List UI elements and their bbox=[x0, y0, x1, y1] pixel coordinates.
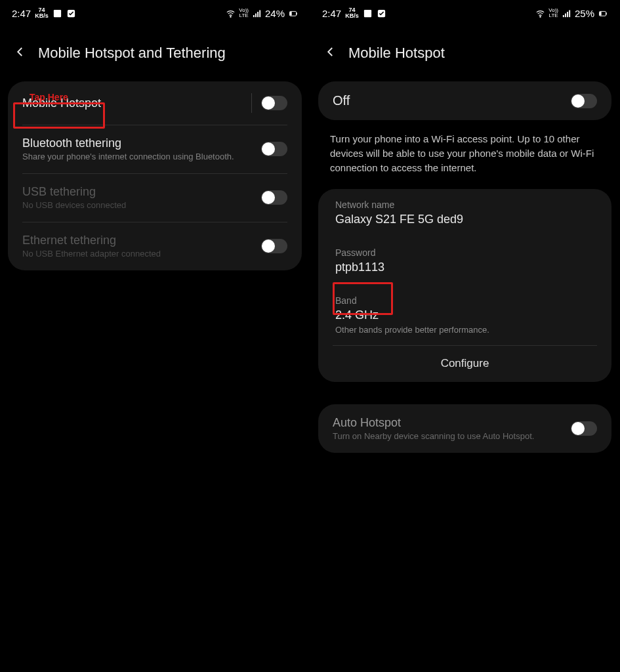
svg-rect-8 bbox=[297, 12, 297, 14]
volte-icon: Vo))LTE bbox=[548, 8, 558, 18]
page-header: Mobile Hotspot bbox=[310, 26, 619, 81]
status-bar: 2:47 74KB/s Vo))LTE 25% bbox=[310, 0, 619, 26]
battery-percent: 25% bbox=[575, 8, 594, 19]
row-ethernet-tethering: Ethernet tethering No USB Ethernet adapt… bbox=[8, 222, 302, 270]
svg-rect-0 bbox=[54, 9, 61, 16]
check-icon bbox=[66, 9, 76, 18]
svg-point-12 bbox=[540, 16, 541, 16]
svg-rect-16 bbox=[569, 10, 570, 17]
back-button[interactable] bbox=[325, 46, 337, 60]
page-title: Mobile Hotspot and Tethering bbox=[38, 45, 226, 62]
tethering-options-card: Mobile Hotspot Bluetooth tethering Share… bbox=[8, 81, 302, 270]
svg-rect-6 bbox=[259, 10, 260, 17]
hotspot-state-card: Off bbox=[318, 81, 611, 120]
check-icon bbox=[377, 9, 386, 18]
signal-icon bbox=[252, 9, 262, 18]
hotspot-state-label: Off bbox=[333, 93, 350, 108]
status-time: 2:47 bbox=[12, 8, 31, 19]
hotspot-details-card: Network name Galaxy S21 FE 5G ded9 Passw… bbox=[318, 189, 611, 382]
signal-icon bbox=[562, 9, 571, 18]
phone-screen-left: Tap Here 2:47 74KB/s Vo))LTE 24% Mobile … bbox=[0, 0, 310, 672]
svg-rect-19 bbox=[600, 12, 602, 16]
network-name-value: Galaxy S21 FE 5G ded9 bbox=[335, 213, 594, 226]
hotspot-description: Turn your phone into a Wi-Fi access poin… bbox=[310, 132, 619, 189]
status-bar: 2:47 74KB/s Vo))LTE 24% bbox=[0, 0, 310, 26]
auto-hotspot-title: Auto Hotspot bbox=[333, 416, 534, 430]
row-title: Bluetooth tethering bbox=[22, 136, 234, 150]
svg-rect-10 bbox=[364, 9, 371, 16]
row-hotspot-state[interactable]: Off bbox=[318, 81, 611, 120]
image-icon bbox=[363, 9, 373, 18]
hotspot-master-toggle[interactable] bbox=[571, 94, 597, 108]
phone-screen-right: 2:47 74KB/s Vo))LTE 25% Mobile Hotspot O… bbox=[310, 0, 619, 672]
row-sub: No USB devices connected bbox=[22, 200, 126, 210]
page-header: Mobile Hotspot and Tethering bbox=[0, 26, 310, 81]
ethernet-tethering-toggle bbox=[261, 239, 287, 253]
mobile-hotspot-toggle[interactable] bbox=[261, 96, 287, 110]
row-sub: Share your phone's internet connection u… bbox=[22, 152, 234, 161]
svg-rect-5 bbox=[257, 12, 258, 17]
svg-rect-13 bbox=[563, 15, 564, 17]
band-block[interactable]: Band 2.4 GHz Other bands provide better … bbox=[318, 285, 611, 345]
back-button[interactable] bbox=[14, 46, 26, 60]
network-name-label: Network name bbox=[335, 200, 594, 210]
auto-hotspot-card: Auto Hotspot Turn on Nearby device scann… bbox=[318, 404, 611, 453]
battery-icon bbox=[598, 9, 608, 18]
network-name-block[interactable]: Network name Galaxy S21 FE 5G ded9 bbox=[318, 189, 611, 237]
svg-point-2 bbox=[230, 16, 231, 16]
bluetooth-tethering-toggle[interactable] bbox=[261, 142, 287, 156]
row-mobile-hotspot[interactable]: Mobile Hotspot bbox=[8, 81, 302, 125]
row-bluetooth-tethering[interactable]: Bluetooth tethering Share your phone's i… bbox=[8, 125, 302, 173]
row-sub: No USB Ethernet adapter connected bbox=[22, 249, 161, 259]
password-label: Password bbox=[335, 247, 594, 258]
svg-rect-9 bbox=[290, 12, 292, 16]
annotation-tap-here: Tap Here bbox=[30, 92, 68, 102]
page-title: Mobile Hotspot bbox=[348, 45, 445, 62]
password-block[interactable]: Password ptpb1113 bbox=[318, 237, 611, 285]
row-usb-tethering: USB tethering No USB devices connected bbox=[8, 173, 302, 222]
password-value: ptpb1113 bbox=[335, 261, 594, 274]
battery-percent: 24% bbox=[265, 8, 285, 19]
volte-icon: Vo))LTE bbox=[239, 8, 249, 18]
svg-rect-14 bbox=[565, 13, 566, 17]
wifi-icon bbox=[226, 9, 236, 18]
band-value: 2.4 GHz bbox=[335, 308, 594, 322]
row-title: USB tethering bbox=[22, 185, 126, 199]
status-time: 2:47 bbox=[322, 8, 341, 19]
separator bbox=[251, 93, 252, 113]
status-kbps: 74KB/s bbox=[35, 7, 49, 19]
svg-rect-15 bbox=[567, 12, 568, 17]
auto-hotspot-sub: Turn on Nearby device scanning to use Au… bbox=[333, 431, 534, 441]
status-kbps: 74KB/s bbox=[345, 7, 359, 19]
svg-rect-4 bbox=[255, 13, 257, 17]
band-extra: Other bands provide better performance. bbox=[335, 325, 594, 335]
usb-tethering-toggle bbox=[261, 190, 287, 205]
auto-hotspot-toggle[interactable] bbox=[571, 421, 597, 436]
band-label: Band bbox=[335, 295, 594, 306]
row-auto-hotspot[interactable]: Auto Hotspot Turn on Nearby device scann… bbox=[318, 404, 611, 453]
svg-rect-3 bbox=[253, 15, 255, 17]
image-icon bbox=[52, 9, 62, 18]
configure-label: Configure bbox=[441, 357, 489, 369]
row-title: Ethernet tethering bbox=[22, 234, 161, 247]
battery-icon bbox=[288, 9, 298, 18]
configure-button[interactable]: Configure bbox=[318, 345, 611, 382]
wifi-icon bbox=[535, 9, 545, 18]
svg-rect-18 bbox=[606, 12, 607, 14]
